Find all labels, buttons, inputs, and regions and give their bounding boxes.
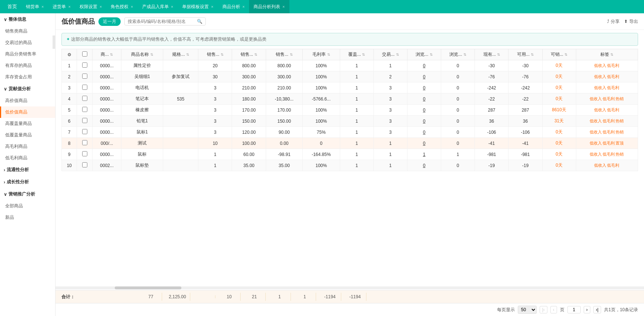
nav-role-auth[interactable]: 角色授权 × [106, 0, 137, 13]
cell-browse1[interactable]: 0 [407, 60, 441, 71]
column-sellable[interactable]: 可销... ⇅ [542, 49, 576, 60]
row-checkbox[interactable] [82, 85, 87, 90]
cell-browse1[interactable]: 0 [407, 116, 441, 127]
last-page-button[interactable]: ›| [593, 306, 601, 313]
search-input[interactable] [128, 19, 195, 24]
page-number-input[interactable] [567, 306, 581, 313]
column-current-stock[interactable]: 现有... ⇅ [475, 49, 509, 60]
sidebar-item-high-coverage[interactable]: 高覆盖量商品 [0, 118, 55, 129]
sidebar-item-stock-products[interactable]: 有库存的商品 [0, 60, 55, 71]
browse1-value[interactable]: 0 [423, 63, 426, 68]
search-icon[interactable]: 🔍 [197, 19, 202, 24]
sidebar-item-sales-products[interactable]: 销售类商品 [0, 26, 55, 37]
select-all-checkbox[interactable] [82, 51, 87, 57]
horizontal-scrollbar[interactable] [56, 286, 644, 289]
row-checkbox[interactable] [82, 96, 87, 101]
cell-checkbox[interactable] [77, 71, 93, 82]
column-gross-margin[interactable]: 毛利率 ⇅ [303, 49, 340, 60]
nav-home[interactable]: 首页 [3, 0, 21, 13]
browse1-value[interactable]: 0 [423, 96, 426, 102]
row-checkbox[interactable] [82, 107, 87, 112]
column-available[interactable]: 可用... ⇅ [509, 49, 542, 60]
cell-checkbox[interactable] [77, 127, 93, 138]
cell-checkbox[interactable] [77, 149, 93, 160]
sidebar-item-new-products[interactable]: 新品 [0, 212, 55, 223]
close-icon[interactable]: × [211, 4, 213, 9]
export-button[interactable]: ⬆ 导出 [624, 18, 638, 25]
row-checkbox[interactable] [82, 162, 87, 167]
row-checkbox[interactable] [82, 151, 87, 156]
cell-browse1[interactable]: 0 [407, 138, 441, 149]
next-page-button[interactable]: › [584, 306, 590, 313]
sidebar-collapse-button[interactable]: ‹ [53, 35, 56, 49]
row-checkbox[interactable] [82, 62, 87, 68]
gear-icon[interactable]: ⚙ [67, 52, 71, 57]
column-browse2[interactable]: 浏览... ⇅ [441, 49, 475, 60]
scrollbar-thumb[interactable] [115, 286, 181, 289]
cell-browse1[interactable]: 0 [407, 94, 441, 105]
close-icon[interactable]: × [41, 4, 44, 9]
cell-checkbox[interactable] [77, 94, 93, 105]
sidebar-item-traded-products[interactable]: 交易过的商品 [0, 37, 55, 48]
column-sales-amt[interactable]: 销售... ⇅ [232, 49, 266, 60]
sidebar-item-inventory-capital[interactable]: 库存资金占用 [0, 71, 55, 83]
sidebar-item-high-value[interactable]: 高价值商品 [0, 95, 55, 106]
column-product-name[interactable]: 商品名称 ⇅ [121, 49, 163, 60]
row-checkbox[interactable] [82, 129, 87, 134]
cell-checkbox[interactable] [77, 82, 93, 94]
share-button[interactable]: ⤴ 分享 [607, 18, 620, 25]
nav-product-warehouse[interactable]: 产成品入库单 × [138, 0, 178, 13]
cell-browse1[interactable]: 0 [407, 105, 441, 116]
browse1-value[interactable]: 0 [423, 119, 426, 124]
nav-permissions[interactable]: 权限设置 × [75, 0, 106, 13]
sidebar-item-category-sales-rate[interactable]: 商品分类销售率 [0, 48, 55, 60]
column-transaction[interactable]: 交易... ⇅ [373, 49, 407, 60]
row-checkbox[interactable] [82, 140, 87, 145]
cell-checkbox[interactable] [77, 138, 93, 149]
cell-checkbox[interactable] [77, 105, 93, 116]
column-gear[interactable]: ⚙ [62, 49, 77, 60]
cell-browse1[interactable]: 0 [407, 71, 441, 82]
nav-purchase-order[interactable]: 进货单 × [48, 0, 75, 13]
row-checkbox[interactable] [82, 74, 87, 79]
column-spec[interactable]: 规格... ⇅ [163, 49, 198, 60]
close-icon[interactable]: × [131, 4, 133, 9]
browse1-value[interactable]: 0 [423, 74, 426, 79]
close-icon[interactable]: × [68, 4, 70, 9]
cell-checkbox[interactable] [77, 60, 93, 71]
sidebar-item-high-margin[interactable]: 高毛利商品 [0, 141, 55, 152]
sidebar-section-growth[interactable]: › 成长性分析 [0, 176, 55, 188]
cell-browse1[interactable]: 1 [407, 149, 441, 160]
browse1-value[interactable]: 0 [423, 163, 426, 168]
sidebar-section-circulation[interactable]: › 流通性分析 [0, 164, 55, 176]
nav-template-settings[interactable]: 单据模板设置 × [178, 0, 218, 13]
per-page-select[interactable]: 50 100 200 [518, 306, 537, 314]
column-product-id[interactable]: 商... ⇅ [93, 49, 121, 60]
browse1-value[interactable]: 1 [423, 152, 426, 157]
close-icon[interactable]: × [171, 4, 173, 9]
cell-browse1[interactable]: 0 [407, 160, 441, 171]
browse1-value[interactable]: 0 [423, 85, 426, 91]
column-tags[interactable]: 标签 ⇅ [576, 49, 638, 60]
column-browse1[interactable]: 浏览... ⇅ [407, 49, 441, 60]
nav-sales-order[interactable]: 销货单 × [21, 0, 48, 13]
nav-product-analysis[interactable]: 商品分析 × [218, 0, 249, 13]
sidebar-item-low-value[interactable]: 低价值商品 [0, 106, 55, 118]
sidebar-section-marketing[interactable]: ∨ 营销推广分析 [0, 188, 55, 200]
browse1-value[interactable]: 0 [423, 130, 426, 135]
row-checkbox[interactable] [82, 118, 87, 123]
column-checkbox[interactable] [77, 49, 93, 60]
cell-browse1[interactable]: 0 [407, 127, 441, 138]
filter-recent-month-button[interactable]: 近一月 [98, 17, 121, 26]
browse1-value[interactable]: 0 [423, 141, 426, 146]
sidebar-item-low-margin[interactable]: 低毛利商品 [0, 152, 55, 164]
sidebar-section-overview[interactable]: ∨ 整体信息 [0, 13, 55, 26]
close-icon[interactable]: × [282, 4, 285, 9]
column-sales-avg[interactable]: 销售... ⇅ [266, 49, 303, 60]
sidebar-item-all-products[interactable]: 全部商品 [0, 200, 55, 212]
prev-page-button[interactable]: ‹ [550, 306, 557, 313]
cell-checkbox[interactable] [77, 160, 93, 171]
close-icon[interactable]: × [242, 4, 245, 9]
browse1-value[interactable]: 0 [423, 108, 426, 113]
sidebar-item-low-coverage[interactable]: 低覆盖量商品 [0, 129, 55, 141]
